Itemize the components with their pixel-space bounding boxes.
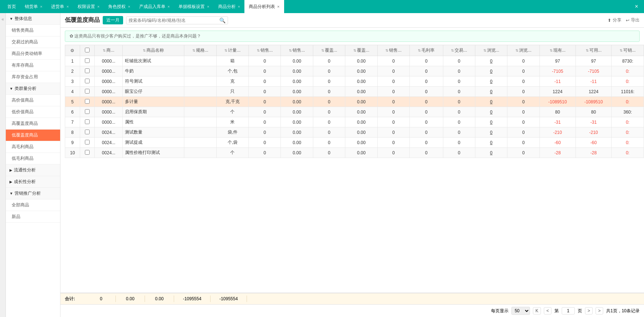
page-input[interactable] bbox=[562, 307, 575, 314]
sidebar-item-low-value[interactable]: 低价值商品 bbox=[6, 106, 60, 118]
close-icon[interactable]: × bbox=[207, 4, 209, 9]
export-button[interactable]: ↩ 导出 bbox=[626, 17, 640, 23]
nav-tab-role[interactable]: 角色授权 × bbox=[104, 0, 134, 13]
col-checkbox[interactable] bbox=[80, 45, 94, 56]
row-checkbox[interactable] bbox=[80, 97, 94, 107]
row-gross-rate: 0 bbox=[410, 56, 443, 66]
col-sale-amt[interactable]: ⇅销售... bbox=[281, 45, 313, 56]
sidebar-item-all-goods[interactable]: 全部商品 bbox=[6, 199, 60, 211]
sidebar-item-sales-goods[interactable]: 销售类商品 bbox=[6, 25, 60, 36]
col-view1[interactable]: ⇅浏览... bbox=[475, 45, 507, 56]
row-view1-link[interactable]: 0 bbox=[475, 97, 507, 107]
sidebar-item-high-value[interactable]: 高价值商品 bbox=[6, 95, 60, 106]
nav-tab-sales[interactable]: 销货单 × bbox=[20, 0, 47, 13]
sidebar-item-stock-capital[interactable]: 库存资金占用 bbox=[6, 71, 60, 83]
col-unit[interactable]: ⇅计量... bbox=[216, 45, 248, 56]
row-view1-link[interactable]: 0 bbox=[475, 117, 507, 127]
close-icon[interactable]: × bbox=[97, 4, 99, 9]
close-all-button[interactable]: × bbox=[632, 3, 641, 10]
col-sale2[interactable]: ⇅销售... bbox=[377, 45, 409, 56]
sidebar-section-flow[interactable]: ▶ 流通性分析 bbox=[6, 165, 60, 176]
row-unit: 个,袋 bbox=[216, 138, 248, 148]
share-icon: ⬆ bbox=[608, 18, 611, 23]
row-cover1: 0 bbox=[313, 76, 345, 87]
row-checkbox[interactable] bbox=[80, 56, 94, 66]
search-box: 🔍 bbox=[126, 16, 228, 24]
col-sale-qty[interactable]: ⇅销售... bbox=[249, 45, 281, 56]
row-view1-link[interactable]: 0 bbox=[475, 87, 507, 97]
row-checkbox[interactable] bbox=[80, 138, 94, 148]
search-icon[interactable]: 🔍 bbox=[219, 17, 225, 23]
nav-tab-analysis[interactable]: 商品分析 × bbox=[214, 0, 244, 13]
share-button[interactable]: ⬆ 分享 bbox=[608, 17, 621, 23]
settings-icon[interactable]: ⚙ bbox=[70, 48, 74, 53]
row-checkbox[interactable] bbox=[80, 107, 94, 117]
row-checkbox[interactable] bbox=[80, 76, 94, 87]
info-banner: ✿ 这类商品只有很少客户购买过，是推广不够，还是商品本身问题？ bbox=[65, 31, 640, 42]
first-page-button[interactable]: K bbox=[533, 307, 541, 314]
sidebar-item-high-margin[interactable]: 高毛利商品 bbox=[6, 141, 60, 153]
nav-tab-product-in[interactable]: 产成品入库单 × bbox=[135, 0, 174, 13]
nav-tab-purchase[interactable]: 进货单 × bbox=[47, 0, 73, 13]
nav-tab-analysis-list[interactable]: 商品分析列表 × bbox=[244, 0, 284, 13]
row-view1-link[interactable]: 0 bbox=[475, 138, 507, 148]
sidebar-item-traded-goods[interactable]: 交易过的商品 bbox=[6, 36, 60, 48]
row-view1-link[interactable]: 0 bbox=[475, 148, 507, 158]
row-name: 牛奶 bbox=[123, 66, 184, 76]
nav-tab-template[interactable]: 单据模板设置 × bbox=[174, 0, 213, 13]
page-size-select[interactable]: 50 100 200 bbox=[511, 307, 530, 315]
col-cover2[interactable]: ⇅覆盖... bbox=[345, 45, 377, 56]
row-available: 1224 bbox=[576, 87, 612, 97]
close-icon[interactable]: × bbox=[128, 4, 130, 9]
close-icon[interactable]: × bbox=[168, 4, 170, 9]
col-cover1[interactable]: ⇅覆盖... bbox=[313, 45, 345, 56]
sidebar-item-low-coverage[interactable]: 低覆盖度商品 bbox=[6, 130, 60, 141]
sidebar-section-cluster[interactable]: ▼ 类群量分析 bbox=[6, 83, 60, 95]
sidebar-item-high-coverage[interactable]: 高覆盖度商品 bbox=[6, 118, 60, 130]
sidebar-item-in-stock[interactable]: 有库存商品 bbox=[6, 60, 60, 71]
sidebar-item-low-margin[interactable]: 低毛利商品 bbox=[6, 153, 60, 165]
row-checkbox[interactable] bbox=[80, 66, 94, 76]
sidebar: ▼ 整体信息 销售类商品 交易过的商品 商品分类动销率 有库存商品 库存资金占用… bbox=[6, 13, 60, 317]
nav-tab-permissions[interactable]: 权限设置 × bbox=[73, 0, 104, 13]
row-checkbox[interactable] bbox=[80, 87, 94, 97]
close-icon[interactable]: × bbox=[277, 4, 279, 9]
col-spec[interactable]: ⇅规格... bbox=[184, 45, 216, 56]
sidebar-toggle[interactable]: « bbox=[0, 13, 6, 317]
row-checkbox[interactable] bbox=[80, 148, 94, 158]
row-sale-amt: 0.00 bbox=[281, 148, 313, 158]
row-view1-link[interactable]: 0 bbox=[475, 66, 507, 76]
row-view1-link[interactable]: 0 bbox=[475, 76, 507, 87]
sidebar-item-new-goods[interactable]: 新品 bbox=[6, 211, 60, 223]
col-settings[interactable]: ⚙ bbox=[65, 45, 80, 56]
close-icon[interactable]: × bbox=[66, 4, 68, 9]
select-all-checkbox[interactable] bbox=[85, 48, 90, 52]
close-icon[interactable]: × bbox=[40, 4, 42, 9]
col-sellable[interactable]: ⇅可销... bbox=[612, 45, 644, 56]
row-checkbox[interactable] bbox=[80, 127, 94, 138]
col-code[interactable]: ⇅商... bbox=[95, 45, 123, 56]
sidebar-section-overall[interactable]: ▼ 整体信息 bbox=[6, 13, 60, 25]
sidebar-section-growth[interactable]: ▶ 成长性分析 bbox=[6, 176, 60, 188]
nav-tab-home[interactable]: 首页 bbox=[3, 0, 20, 13]
row-view1-link[interactable]: 0 bbox=[475, 56, 507, 66]
row-view1-link[interactable]: 0 bbox=[475, 127, 507, 138]
next-page-button[interactable]: > bbox=[585, 307, 593, 314]
col-available[interactable]: ⇅可用... bbox=[576, 45, 612, 56]
col-current[interactable]: ⇅现有... bbox=[539, 45, 576, 56]
row-sale-amt: 0.00 bbox=[281, 97, 313, 107]
col-name[interactable]: ⇅商品名称 bbox=[123, 45, 184, 56]
close-icon[interactable]: × bbox=[238, 4, 240, 9]
col-trade[interactable]: ⇅交易... bbox=[443, 45, 475, 56]
sidebar-section-marketing[interactable]: ▼ 营销推广分析 bbox=[6, 188, 60, 199]
row-spec bbox=[184, 107, 216, 117]
sidebar-item-category-rate[interactable]: 商品分类动销率 bbox=[6, 48, 60, 60]
last-page-button[interactable]: > bbox=[596, 307, 603, 314]
row-checkbox[interactable] bbox=[80, 117, 94, 127]
search-input[interactable] bbox=[129, 18, 219, 23]
prev-page-button[interactable]: < bbox=[544, 307, 551, 314]
period-button[interactable]: 近一月 bbox=[103, 16, 123, 24]
col-view2[interactable]: ⇅浏览... bbox=[507, 45, 539, 56]
row-view1-link[interactable]: 0 bbox=[475, 107, 507, 117]
col-gross-rate[interactable]: ⇅毛利率 bbox=[410, 45, 443, 56]
